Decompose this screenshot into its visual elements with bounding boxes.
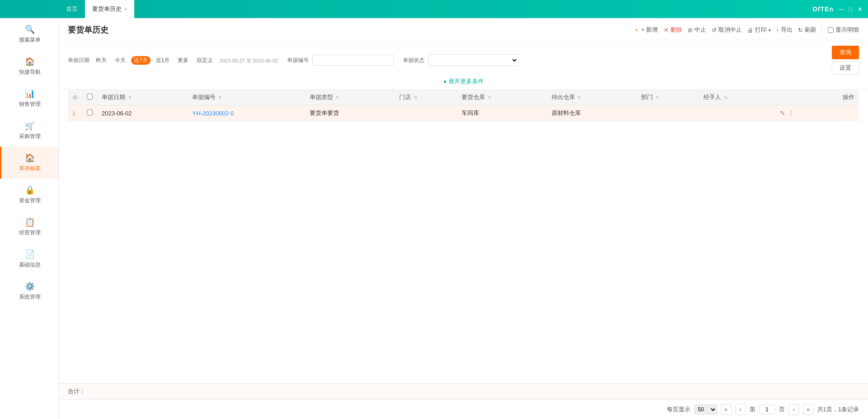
print-button[interactable]: 🖨 打印 ▾: [747, 26, 771, 34]
th-department[interactable]: 部门 ⇅: [637, 90, 699, 105]
first-page-btn[interactable]: «: [721, 404, 731, 415]
export-label: 导出: [781, 26, 793, 34]
page-size-select[interactable]: 20 50 100 200: [694, 405, 717, 414]
export-icon: ↑: [776, 27, 779, 33]
refresh-button[interactable]: ↻ 刷新: [798, 26, 816, 34]
date-btn-custom[interactable]: 自定义: [194, 56, 216, 65]
sidebar-item-basic[interactable]: 📄 基础信息: [0, 243, 58, 275]
td-checkbox[interactable]: [82, 105, 97, 121]
next-page-btn[interactable]: ›: [788, 404, 799, 415]
active-tab-label: 要货单历史: [92, 5, 122, 13]
delete-button[interactable]: ✕ 删除: [664, 26, 682, 34]
display-detail-checkbox[interactable]: [828, 27, 834, 33]
date-btn-today[interactable]: 今天: [112, 56, 128, 65]
chevron-down-icon: ▾: [443, 78, 447, 85]
system-icon: ⚙️: [25, 281, 35, 291]
finance-icon: 🔒: [25, 185, 35, 195]
td-store: [395, 105, 457, 121]
td-pending-warehouse: 原材料仓库: [547, 105, 637, 121]
sidebar-item-finance[interactable]: 🔒 资金管理: [0, 179, 58, 211]
th-store[interactable]: 门店 ⇅: [395, 90, 457, 105]
refresh-icon: ↻: [798, 27, 803, 33]
page-size-label: 每页显示: [667, 405, 690, 414]
export-button[interactable]: ↑ 导出: [776, 26, 793, 34]
date-range-text: 2023-05-27 至 2023-06-02: [219, 57, 278, 64]
minimize-icon[interactable]: ─: [839, 6, 843, 13]
prev-page-btn[interactable]: ‹: [735, 404, 746, 415]
th-billno[interactable]: 单据编号 ⇅: [188, 90, 305, 105]
sidebar-item-sales[interactable]: 📊 销售管理: [0, 82, 58, 114]
table-wrapper: ⚙ 单据日期 ⇅ 单据编号 ⇅: [59, 90, 868, 383]
close-window-icon[interactable]: ✕: [858, 6, 863, 13]
active-tab[interactable]: 要货单历史 ×: [85, 0, 134, 18]
close-tab-icon[interactable]: ×: [124, 6, 127, 12]
billno-label: 单据编号: [287, 57, 309, 64]
sort-pending-wh-icon: ⇅: [577, 95, 581, 100]
td-handler: [699, 105, 775, 121]
stop-button[interactable]: ⊘ 中止: [688, 26, 706, 34]
date-label: 单据日期: [68, 57, 90, 64]
new-button[interactable]: ＋ + 新增: [633, 26, 658, 34]
sort-dept-icon: ⇅: [656, 95, 659, 100]
filter-bar: 单据日期 昨天 今天 近7天 近1月 更多 自定义 2023-05-27 至 2…: [59, 40, 868, 90]
sidebar-item-system[interactable]: ⚙️ 系统管理: [0, 275, 58, 307]
cancel-stop-button[interactable]: ↺ 取消中止: [712, 26, 742, 34]
th-checkbox[interactable]: [82, 90, 97, 105]
sidebar-label-finance: 资金管理: [19, 197, 41, 205]
cancel-stop-icon: ↺: [712, 27, 717, 33]
toolbar-separator: [822, 26, 822, 33]
search-menu-icon: 🔍: [25, 24, 35, 34]
sidebar-item-quick-nav[interactable]: 🏠 快捷导航: [0, 50, 58, 82]
delete-icon: ✕: [664, 27, 669, 33]
jump-label: 第: [750, 405, 755, 414]
edit-icon[interactable]: ✎: [780, 110, 785, 117]
td-billno: YH-20230602-0: [188, 105, 305, 121]
th-date[interactable]: 单据日期 ⇅: [97, 90, 188, 105]
th-handler[interactable]: 经手人 ⇅: [699, 90, 775, 105]
sidebar-item-operation[interactable]: 📋 经营管理: [0, 211, 58, 243]
refresh-label: 刷新: [805, 26, 816, 34]
last-page-btn[interactable]: »: [803, 404, 814, 415]
status-label: 单据状态: [403, 57, 425, 64]
page-input[interactable]: [759, 405, 775, 414]
display-detail-group[interactable]: 显示明细: [828, 26, 859, 34]
th-req-warehouse[interactable]: 要货仓库 ⇅: [457, 90, 547, 105]
billno-filter-group: 单据编号: [287, 55, 394, 66]
sidebar-item-search[interactable]: 🔍 搜索菜单: [0, 18, 58, 50]
date-filter-group: 单据日期 昨天 今天 近7天 近1月 更多 自定义 2023-05-27 至 2…: [68, 56, 278, 65]
th-billtype[interactable]: 单据类型 ⇅: [305, 90, 395, 105]
print-label: 打印: [755, 26, 767, 34]
select-all-checkbox[interactable]: [87, 94, 93, 100]
th-settings[interactable]: ⚙: [68, 90, 82, 105]
date-btn-1month[interactable]: 近1月: [153, 56, 173, 65]
setting-button[interactable]: 设置: [832, 61, 859, 75]
date-btn-more[interactable]: 更多: [175, 56, 191, 65]
sidebar-label-inventory: 库存核算: [19, 165, 41, 172]
sidebar-label-operation: 经营管理: [19, 229, 41, 237]
th-operation: 操作: [775, 90, 859, 105]
row-checkbox[interactable]: [87, 110, 93, 115]
query-button[interactable]: 查询: [832, 46, 859, 59]
expand-more[interactable]: ▾ 展开更多条件: [68, 77, 859, 86]
status-select[interactable]: [428, 54, 519, 66]
date-btn-7days[interactable]: 近7天: [131, 56, 151, 65]
sort-type-icon: ⇅: [335, 95, 339, 100]
sidebar-item-purchase[interactable]: 🛒 采购管理: [0, 114, 58, 147]
td-operation: ✎ ⋮: [775, 105, 859, 121]
sidebar-label-quick-nav: 快捷导航: [19, 68, 41, 76]
maximize-icon[interactable]: □: [849, 6, 852, 13]
sort-date-icon: ⇅: [128, 95, 132, 100]
sort-handler-icon: ⇅: [724, 95, 727, 100]
pagination: 每页显示 20 50 100 200 « ‹ 第 页 › » 共1页，1条记录: [59, 399, 868, 419]
billno-link[interactable]: YH-20230602-0: [192, 110, 234, 117]
home-tab[interactable]: 首页: [59, 0, 85, 18]
date-btn-yesterday[interactable]: 昨天: [93, 56, 109, 65]
sidebar-label-system: 系统管理: [19, 293, 41, 301]
print-icon: 🖨: [747, 27, 753, 33]
sidebar-item-inventory[interactable]: 🏠 库存核算: [0, 147, 58, 179]
billno-input[interactable]: [312, 55, 394, 66]
sidebar-label-basic: 基础信息: [19, 261, 41, 269]
more-op-icon[interactable]: ⋮: [788, 110, 794, 117]
status-filter-group: 单据状态: [403, 54, 519, 66]
th-pending-warehouse[interactable]: 待出仓库 ⇅: [547, 90, 637, 105]
